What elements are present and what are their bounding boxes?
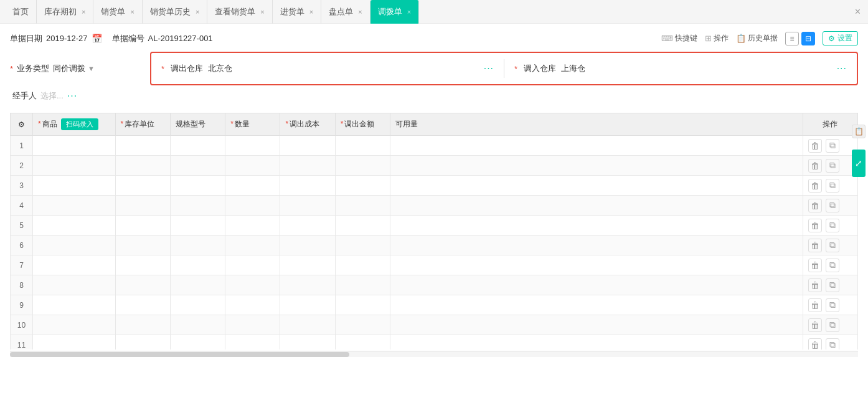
- cost-cell[interactable]: [280, 315, 335, 335]
- close-sales-order[interactable]: ×: [130, 8, 134, 16]
- product-cell[interactable]: [33, 315, 116, 335]
- copy-icon[interactable]: ⧉: [826, 219, 839, 232]
- cost-cell[interactable]: [280, 156, 335, 176]
- product-cell[interactable]: [33, 335, 116, 350]
- cost-cell[interactable]: [280, 335, 335, 350]
- handler-more[interactable]: ···: [67, 90, 77, 102]
- close-all-tabs[interactable]: ×: [855, 6, 861, 17]
- qty-cell[interactable]: [225, 156, 280, 176]
- delete-icon[interactable]: 🗑: [808, 338, 822, 350]
- delete-icon[interactable]: 🗑: [808, 318, 822, 332]
- close-sales-history[interactable]: ×: [196, 8, 199, 16]
- tab-sales-order[interactable]: 销货单 ×: [93, 0, 142, 24]
- copy-icon[interactable]: ⧉: [826, 239, 839, 252]
- spec-cell[interactable]: [170, 295, 225, 315]
- cost-cell[interactable]: [280, 295, 335, 315]
- unit-cell[interactable]: [115, 196, 170, 216]
- delete-icon[interactable]: 🗑: [808, 179, 822, 193]
- operation-btn[interactable]: ⊞ 操作: [705, 33, 729, 44]
- copy-icon[interactable]: ⧉: [826, 199, 839, 212]
- tab-inventory-init[interactable]: 库存期初 ×: [37, 0, 93, 24]
- history-btn[interactable]: 📋 历史单据: [736, 33, 778, 44]
- product-cell[interactable]: [33, 295, 116, 315]
- doc-panel-btn[interactable]: 📋: [852, 125, 866, 138]
- handler-select[interactable]: 选择...: [40, 90, 64, 102]
- qty-cell[interactable]: [225, 335, 280, 350]
- expand-btn[interactable]: ⤢: [852, 150, 866, 177]
- delete-icon[interactable]: 🗑: [808, 219, 822, 232]
- amount-cell[interactable]: [335, 295, 390, 315]
- tab-sales-history[interactable]: 销货单历史 ×: [143, 0, 207, 24]
- spec-cell[interactable]: [170, 335, 225, 350]
- copy-icon[interactable]: ⧉: [826, 338, 839, 350]
- spec-cell[interactable]: [170, 275, 225, 295]
- spec-cell[interactable]: [170, 255, 225, 275]
- qty-cell[interactable]: [225, 275, 280, 295]
- close-view-sales[interactable]: ×: [260, 8, 264, 16]
- amount-cell[interactable]: [335, 136, 390, 156]
- delete-icon[interactable]: 🗑: [808, 139, 822, 153]
- amount-cell[interactable]: [335, 196, 390, 216]
- delete-icon[interactable]: 🗑: [808, 259, 822, 272]
- spec-cell[interactable]: [170, 216, 225, 236]
- amount-cell[interactable]: [335, 275, 390, 295]
- business-type-select[interactable]: 同价调拨 ▼: [53, 63, 140, 74]
- product-cell[interactable]: [33, 136, 116, 156]
- qty-cell[interactable]: [225, 295, 280, 315]
- unit-cell[interactable]: [115, 335, 170, 350]
- delete-icon[interactable]: 🗑: [808, 239, 822, 252]
- amount-cell[interactable]: [335, 156, 390, 176]
- close-transfer[interactable]: ×: [407, 8, 411, 16]
- product-cell[interactable]: [33, 275, 116, 295]
- product-cell[interactable]: [33, 156, 116, 176]
- delete-icon[interactable]: 🗑: [808, 199, 822, 212]
- product-cell[interactable]: [33, 196, 116, 216]
- copy-icon[interactable]: ⧉: [826, 179, 839, 193]
- out-warehouse-value[interactable]: 北京仓: [208, 63, 232, 74]
- amount-cell[interactable]: [335, 236, 390, 255]
- copy-icon[interactable]: ⧉: [826, 278, 839, 292]
- grid-view-btn[interactable]: ⊟: [801, 32, 815, 45]
- product-cell[interactable]: [33, 176, 116, 196]
- date-value[interactable]: 2019-12-27: [46, 34, 88, 43]
- product-cell[interactable]: [33, 236, 116, 255]
- amount-cell[interactable]: [335, 216, 390, 236]
- unit-cell[interactable]: [115, 216, 170, 236]
- cost-cell[interactable]: [280, 196, 335, 216]
- unit-cell[interactable]: [115, 156, 170, 176]
- amount-cell[interactable]: [335, 176, 390, 196]
- cost-cell[interactable]: [280, 275, 335, 295]
- close-inventory-init[interactable]: ×: [82, 8, 85, 16]
- list-view-btn[interactable]: ≡: [785, 32, 799, 45]
- unit-cell[interactable]: [115, 255, 170, 275]
- close-purchase-order[interactable]: ×: [309, 8, 313, 16]
- cost-cell[interactable]: [280, 136, 335, 156]
- settings-col-header[interactable]: ⚙: [11, 113, 33, 136]
- delete-icon[interactable]: 🗑: [808, 159, 822, 173]
- qty-cell[interactable]: [225, 196, 280, 216]
- out-warehouse-more[interactable]: ···: [484, 63, 494, 74]
- unit-cell[interactable]: [115, 136, 170, 156]
- in-warehouse-more[interactable]: ···: [837, 63, 847, 74]
- qty-cell[interactable]: [225, 255, 280, 275]
- in-warehouse-value[interactable]: 上海仓: [561, 63, 585, 74]
- cost-cell[interactable]: [280, 236, 335, 255]
- calendar-icon[interactable]: 📅: [92, 34, 102, 44]
- spec-cell[interactable]: [170, 176, 225, 196]
- spec-cell[interactable]: [170, 315, 225, 335]
- amount-cell[interactable]: [335, 335, 390, 350]
- cost-cell[interactable]: [280, 176, 335, 196]
- cost-cell[interactable]: [280, 216, 335, 236]
- amount-cell[interactable]: [335, 315, 390, 335]
- tab-home[interactable]: 首页: [5, 0, 37, 24]
- copy-icon[interactable]: ⧉: [826, 259, 839, 272]
- tab-view-sales[interactable]: 查看销货单 ×: [207, 0, 272, 24]
- tab-stocktake[interactable]: 盘点单 ×: [321, 0, 370, 24]
- copy-icon[interactable]: ⧉: [826, 159, 839, 173]
- spec-cell[interactable]: [170, 136, 225, 156]
- shortcut-btn[interactable]: ⌨ 快捷键: [661, 33, 697, 44]
- tab-transfer[interactable]: 调拨单 ×: [370, 0, 419, 24]
- horizontal-scrollbar[interactable]: [10, 351, 858, 357]
- product-cell[interactable]: [33, 216, 116, 236]
- unit-cell[interactable]: [115, 275, 170, 295]
